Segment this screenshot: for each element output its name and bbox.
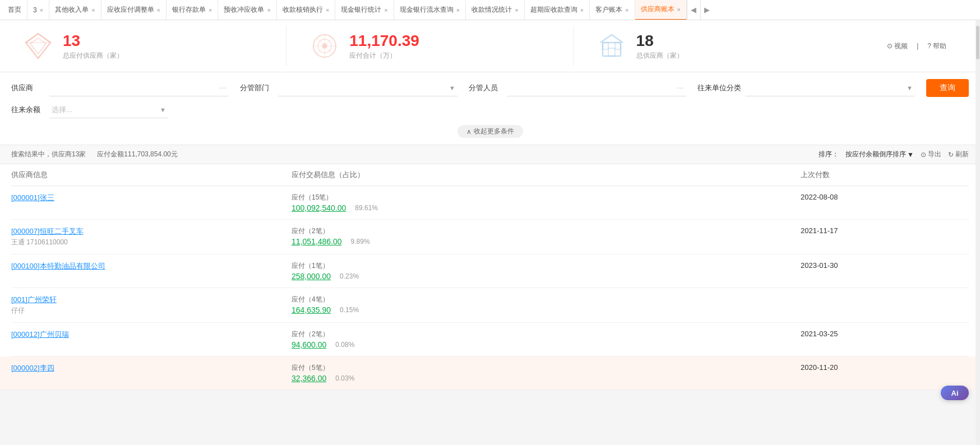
nav-tab-collect-check[interactable]: 收款核销执行 × — [277, 0, 335, 20]
table-header: 供应商信息 应付交易信息（占比） 上次付数 — [11, 164, 969, 186]
scrollbar-thumb[interactable] — [976, 26, 979, 59]
nav-tab-ap-adjust-label: 应收应付调整单 — [107, 5, 154, 15]
dept-select-arrow-icon: ▼ — [449, 85, 455, 91]
svg-rect-13 — [608, 48, 615, 56]
trade-amount-zhangsan[interactable]: 100,092,540.00 — [292, 203, 346, 212]
diamond-icon — [22, 30, 54, 62]
supplier-link-lisi[interactable]: [000002]李四 — [11, 364, 54, 372]
ai-button[interactable]: Ai — [941, 386, 969, 390]
svg-line-3 — [26, 34, 38, 43]
supplier-input-wrapper[interactable]: ··· — [49, 80, 229, 96]
col-supplier-info-header: 供应商信息 — [11, 170, 292, 180]
balance-select-arrow-icon: ▼ — [160, 106, 166, 113]
supplier-filter-label: 供应商 — [11, 83, 45, 93]
total-suppliers-label: 总供应商（家） — [636, 51, 683, 61]
nav-arrow-right[interactable]: ▶ — [700, 0, 714, 20]
results-amount: 应付金额111,703,854.00元 — [97, 150, 177, 159]
filter-row-1: 供应商 ··· 分管部门 ▼ 分管人员 ··· 往来单位分类 — [11, 79, 969, 97]
supplier-link-beirui[interactable]: [000012]广州贝瑞 — [11, 330, 69, 339]
supplier-input[interactable] — [52, 80, 219, 96]
nav-tab-3-close[interactable]: × — [40, 7, 43, 13]
balance-filter-label: 往来余额 — [11, 105, 45, 115]
category-select[interactable]: ▼ — [746, 80, 915, 96]
export-button[interactable]: ⊙ 导出 — [921, 150, 941, 159]
nav-tab-overdue-collect[interactable]: 超期应收款查询 × — [525, 0, 590, 20]
supplier-link-bente[interactable]: [000100]本特勤油品有限公司 — [11, 262, 105, 270]
supplier-link-zhangsan[interactable]: [000001]张三 — [11, 193, 54, 202]
supplier-dots-icon[interactable]: ··· — [219, 83, 226, 93]
supplier-link-rongxuan[interactable]: [001]广州荣轩 — [11, 295, 57, 304]
nav-arrow-left[interactable]: ◀ — [687, 0, 700, 20]
nav-tab-supplier-account-close[interactable]: × — [677, 6, 681, 13]
sort-label: 排序： — [819, 150, 839, 159]
total-payable-suppliers-label: 总应付供应商（家） — [63, 51, 123, 61]
trade-label-hengwang: 应付（2笔） — [292, 226, 801, 236]
person-input[interactable] — [509, 80, 677, 96]
collapse-button[interactable]: ∧ 收起更多条件 — [457, 125, 523, 138]
nav-tab-collect-stat-close[interactable]: × — [515, 7, 518, 13]
nav-tab-other-income-close[interactable]: × — [91, 7, 95, 13]
results-bar: 搜索结果中，供应商13家 应付金额111,703,854.00元 排序： 按应付… — [0, 145, 980, 164]
supplier-link-hengwang[interactable]: [000007]恒旺二手叉车 — [11, 227, 84, 235]
collapse-button-label: 收起更多条件 — [474, 127, 514, 136]
total-suppliers-number: 18 — [636, 31, 683, 50]
nav-tab-customer-account-close[interactable]: × — [625, 7, 628, 13]
category-filter-label: 往来单位分类 — [697, 83, 741, 93]
filter-supplier: 供应商 ··· — [11, 80, 229, 96]
nav-tab-bank-deposit-label: 银行存款单 — [172, 5, 206, 15]
nav-tab-collect-stat[interactable]: 收款情况统计 × — [466, 0, 524, 20]
dept-select[interactable]: ▼ — [278, 80, 457, 96]
refresh-button[interactable]: ↻ 刷新 — [948, 150, 969, 159]
video-link[interactable]: ⊙ 视频 — [887, 41, 908, 51]
summary-card-total-suppliers: 18 总供应商（家） ⊙ 视频 | ? 帮助 — [574, 26, 980, 66]
nav-tab-collect-stat-label: 收款情况统计 — [471, 5, 512, 15]
help-link[interactable]: ? 帮助 — [927, 41, 946, 51]
nav-tab-cash-bank-flow-close[interactable]: × — [456, 7, 460, 13]
grain-icon — [309, 30, 340, 62]
nav-tab-collect-check-close[interactable]: × — [326, 7, 329, 13]
nav-tab-customer-account[interactable]: 客户账本 × — [590, 0, 635, 20]
nav-tab-advance-collect-label: 预收冲应收单 — [224, 5, 264, 15]
trade-amount-rongxuan[interactable]: 164,635.90 — [292, 305, 331, 314]
summary-card-suppliers-content: 13 总应付供应商（家） — [63, 31, 123, 61]
results-actions: 排序： 按应付余额倒序排序 ▼ ⊙ 导出 ↻ 刷新 — [819, 150, 969, 159]
nav-tab-bank-deposit[interactable]: 银行存款单 × — [167, 0, 218, 20]
trade-label-zhangsan: 应付（15笔） — [292, 193, 801, 202]
nav-tab-overdue-collect-close[interactable]: × — [580, 7, 584, 13]
nav-tab-supplier-account[interactable]: 供应商账本 × — [635, 0, 687, 20]
nav-tab-advance-collect[interactable]: 预收冲应收单 × — [218, 0, 276, 20]
person-input-wrapper[interactable]: ··· — [507, 80, 686, 96]
nav-tab-home[interactable]: 首页 — [2, 0, 27, 20]
supplier-sub-rongxuan: 仔仔 — [11, 306, 292, 316]
trade-info-rongxuan: 应付（4笔） 164,635.90 0.15% — [292, 295, 801, 314]
nav-tab-other-income[interactable]: 其他收入单 × — [49, 0, 101, 20]
sort-select[interactable]: 按应付余额倒序排序 ▼ — [845, 150, 914, 159]
balance-select-value: 选择... — [52, 105, 72, 115]
page-scrollbar[interactable] — [976, 20, 980, 390]
trade-amount-beirui[interactable]: 94,600.00 — [292, 340, 326, 349]
nav-tab-3[interactable]: 3 × — [27, 0, 49, 20]
summary-card-payable-content: 11,170.39 应付合计（万） — [349, 31, 419, 61]
trade-amount-hengwang[interactable]: 11,051,486.00 — [292, 237, 342, 246]
sort-arrow-icon: ▼ — [907, 151, 914, 159]
col-last-pay-header: 上次付数 — [801, 170, 969, 180]
separator: | — [917, 42, 918, 50]
category-select-arrow-icon: ▼ — [907, 85, 913, 91]
nav-tab-cash-bank-stat-close[interactable]: × — [384, 7, 387, 13]
trade-percent-hengwang: 9.89% — [351, 238, 370, 245]
trade-amount-lisi[interactable]: 32,366.00 — [292, 374, 326, 383]
person-dots-icon[interactable]: ··· — [677, 83, 684, 93]
top-navigation: 首页 3 × 其他收入单 × 应收应付调整单 × 银行存款单 × 预收冲应收单 … — [0, 0, 980, 20]
trade-amount-bente[interactable]: 258,000.00 — [292, 272, 331, 281]
summary-card-payable: 11,170.39 应付合计（万） — [286, 26, 573, 66]
balance-select[interactable]: 选择... ▼ — [49, 101, 168, 118]
nav-tab-cash-bank-stat[interactable]: 现金银行统计 × — [335, 0, 394, 20]
nav-tab-ap-adjust[interactable]: 应收应付调整单 × — [101, 0, 167, 20]
nav-tab-bank-deposit-close[interactable]: × — [209, 7, 212, 13]
nav-tab-advance-collect-close[interactable]: × — [267, 7, 270, 13]
nav-tab-ap-adjust-close[interactable]: × — [157, 7, 160, 13]
query-button[interactable]: 查询 — [926, 79, 969, 97]
nav-tab-cash-bank-flow[interactable]: 现金银行流水查询 × — [394, 0, 466, 20]
nav-tab-overdue-collect-label: 超期应收款查询 — [530, 5, 577, 15]
summary-card-suppliers: 13 总应付供应商（家） — [0, 26, 286, 66]
